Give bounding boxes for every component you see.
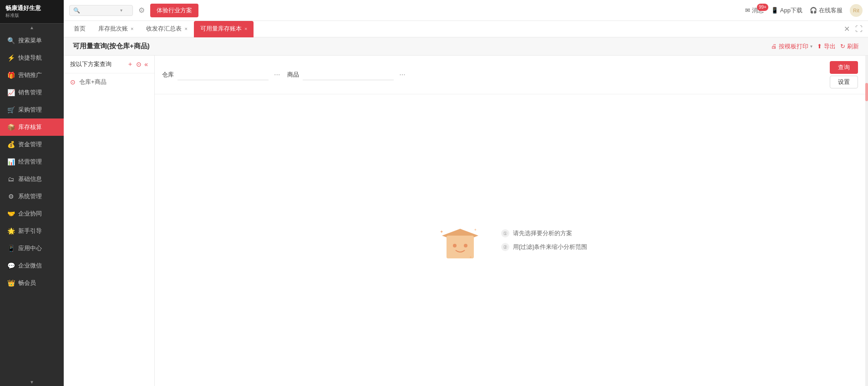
warehouse-field: 仓库 ··· — [162, 69, 280, 80]
sidebar-scroll-down[interactable]: ▼ — [0, 378, 64, 386]
sidebar-item-inventory[interactable]: 📦 库存核算 — [0, 118, 64, 136]
warehouse-icon: ⊙ — [70, 78, 76, 86]
product-label: 商品 — [287, 71, 299, 79]
gear-icon[interactable]: ⚙ — [137, 4, 147, 16]
empty-text: ① 请先选择要分析的方案 ② 用[过滤]条件来缩小分析范围 — [501, 229, 587, 251]
sidebar-item-operation[interactable]: 📊 经营管理 — [0, 153, 64, 170]
tab-summary-close[interactable]: × — [184, 26, 187, 31]
sidebar-item-purchase[interactable]: 🛒 采购管理 — [0, 101, 64, 118]
avatar[interactable]: Rit — [850, 4, 863, 17]
sidebar-item-label: 新手引导 — [18, 227, 42, 235]
empty-num-1: ① — [501, 229, 509, 237]
tab-batch-close[interactable]: × — [131, 26, 133, 31]
sidebar-item-label: 营销推广 — [18, 71, 42, 79]
tab-summary[interactable]: 收发存汇总表 × — [140, 21, 193, 37]
tab-available-close[interactable]: × — [244, 26, 247, 31]
sidebar-item-label: 企业协同 — [18, 210, 42, 218]
sales-icon: 📈 — [7, 89, 15, 96]
sidebar-item-finance[interactable]: 💰 资金管理 — [0, 136, 64, 153]
sidebar-scroll-up[interactable]: ▲ — [0, 24, 64, 32]
empty-illustration: ✦ ✦ ✦ — [433, 213, 487, 268]
enterprise-icon: 🤝 — [7, 210, 15, 217]
filter-header: 按以下方案查询 ＋ ⊙ « — [64, 56, 154, 73]
sidebar-item-guide[interactable]: 🌟 新手引导 — [0, 222, 64, 240]
sidebar-item-enterprise[interactable]: 🤝 企业协同 — [0, 205, 64, 222]
message-btn[interactable]: ✉ 消息 99+ — [745, 6, 764, 15]
online-service-btn[interactable]: 🎧 在线客服 — [810, 6, 843, 15]
filter-add-btn[interactable]: ＋ — [127, 60, 133, 68]
gift-icon: 🎁 — [7, 72, 15, 79]
sidebar-item-search[interactable]: 🔍 搜索菜单 — [0, 32, 64, 49]
empty-hint-2-text: 用[过滤]条件来缩小分析范围 — [513, 243, 587, 251]
tab-home[interactable]: 首页 — [67, 21, 92, 37]
app-download-btn[interactable]: 📱 App下载 — [771, 6, 802, 15]
sidebar-item-shortcut[interactable]: ⚡ 快捷导航 — [0, 49, 64, 67]
filter-item-label: 仓库+商品 — [79, 78, 107, 86]
right-scrollbar — [865, 56, 868, 386]
industry-btn[interactable]: 体验行业方案 — [150, 4, 198, 17]
sidebar-item-label: 快捷导航 — [18, 54, 42, 62]
search-icon: 🔍 — [7, 37, 15, 44]
query-btn[interactable]: 查询 — [830, 61, 858, 74]
message-icon: ✉ — [745, 7, 750, 14]
app-download-label: App下载 — [780, 6, 802, 15]
sidebar-item-member[interactable]: 👑 畅会员 — [0, 274, 64, 292]
tab-batch-label: 库存批次账 — [98, 25, 128, 33]
svg-point-4 — [464, 244, 467, 247]
filter-collapse-btn[interactable]: « — [144, 60, 148, 68]
filter-warehouse-product[interactable]: ⊙ 仓库+商品 — [64, 73, 154, 91]
filter-settings-btn[interactable]: ⊙ — [136, 60, 142, 68]
system-icon: ⚙ — [7, 193, 15, 200]
page-actions: 🖨 按模板打印 ▾ ⬆ 导出 ↻ 刷新 — [771, 42, 859, 51]
sidebar-item-basicinfo[interactable]: 🗂 基础信息 — [0, 170, 64, 188]
empty-state: ✦ ✦ ✦ ① 请先选择要分析的方案 ② 用[过滤]条件来缩小分析范围 — [155, 94, 865, 386]
operation-icon: 📊 — [7, 158, 15, 165]
empty-svg: ✦ ✦ ✦ — [433, 213, 487, 268]
sidebar-item-sales[interactable]: 📈 销售管理 — [0, 84, 64, 101]
finance-icon: 💰 — [7, 141, 15, 148]
setting-btn[interactable]: 设置 — [830, 76, 858, 88]
sidebar-item-label: 经营管理 — [18, 158, 42, 166]
page-title: 可用量查询(按仓库+商品) — [73, 42, 150, 51]
sidebar-item-label: 企业微信 — [18, 262, 42, 270]
filter-title: 按以下方案查询 — [70, 60, 112, 68]
sidebar-item-system[interactable]: ⚙ 系统管理 — [0, 188, 64, 205]
phone-icon: 📱 — [771, 7, 778, 14]
print-btn[interactable]: 🖨 按模板打印 ▾ — [771, 42, 812, 51]
product-dots[interactable]: ··· — [399, 71, 405, 79]
warehouse-dots[interactable]: ··· — [274, 71, 280, 79]
sidebar-item-wechat[interactable]: 💬 企业微信 — [0, 257, 64, 274]
shortcut-icon: ⚡ — [7, 54, 15, 62]
message-badge: 99+ — [757, 4, 768, 11]
guide-icon: 🌟 — [7, 227, 15, 235]
tab-batch[interactable]: 库存批次账 × — [92, 21, 140, 37]
product-field: 商品 ··· — [287, 69, 405, 80]
svg-text:✦: ✦ — [469, 256, 472, 259]
sidebar-item-appcenter[interactable]: 📱 应用中心 — [0, 240, 64, 257]
sidebar-nav: 🔍 搜索菜单 ⚡ 快捷导航 🎁 营销推广 📈 销售管理 🛒 采购管理 📦 库存核… — [0, 32, 64, 378]
online-service-label: 在线客服 — [819, 6, 843, 15]
tab-expand-btn[interactable]: ⛶ — [853, 23, 864, 35]
refresh-label: 刷新 — [847, 42, 859, 51]
search-input[interactable] — [82, 7, 118, 14]
print-icon: 🖨 — [771, 43, 777, 50]
svg-text:✦: ✦ — [474, 228, 477, 232]
chevron-down-icon: ▾ — [120, 8, 122, 13]
warehouse-input[interactable] — [178, 69, 269, 80]
tab-available[interactable]: 可用量库存账本 × — [194, 21, 254, 37]
export-btn[interactable]: ⬆ 导出 — [817, 42, 836, 51]
app-name: 畅康通好生意 — [5, 5, 58, 12]
tabs-bar: 首页 库存批次账 × 收发存汇总表 × 可用量库存账本 × ✕ ⛶ — [64, 21, 868, 37]
main-area: 🔍 ▾ ⚙ 体验行业方案 ✉ 消息 99+ 📱 App下载 🎧 在线客服 Rit — [64, 0, 868, 386]
sidebar-item-label: 系统管理 — [18, 192, 42, 201]
refresh-btn[interactable]: ↻ 刷新 — [840, 42, 859, 51]
print-label: 按模板打印 — [779, 42, 808, 51]
sidebar-item-marketing[interactable]: 🎁 营销推广 — [0, 67, 64, 84]
page-header: 可用量查询(按仓库+商品) 🖨 按模板打印 ▾ ⬆ 导出 ↻ 刷新 — [64, 37, 868, 56]
product-input[interactable] — [303, 69, 394, 80]
sidebar-item-label: 销售管理 — [18, 88, 42, 97]
svg-text:✦: ✦ — [440, 229, 443, 234]
tab-available-label: 可用量库存账本 — [200, 25, 242, 33]
topbar-search-box[interactable]: 🔍 ▾ — [69, 5, 133, 16]
tab-close-btn[interactable]: ✕ — [842, 23, 852, 35]
